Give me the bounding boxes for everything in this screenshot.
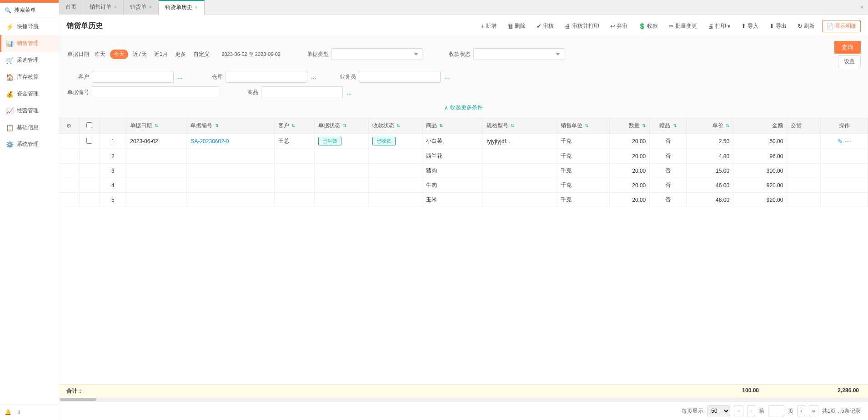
- th-check[interactable]: [79, 118, 99, 134]
- sidebar-item-sys-mgmt[interactable]: ⚙️ 系统管理: [0, 136, 59, 153]
- th-date[interactable]: 单据日期 ⇅: [126, 118, 187, 134]
- filter-client-picker[interactable]: ...: [176, 73, 184, 80]
- export-button[interactable]: ⬇ 导出: [766, 20, 790, 32]
- th-gift[interactable]: 赠品 ⇅: [650, 118, 686, 134]
- row-pay-status: [368, 178, 422, 193]
- sidebar-item-operation[interactable]: 📈 经营管理: [0, 102, 59, 119]
- content-area: 销货单历史 + 新增 🗑 删除 ✔ 审核 🖨 审核并打印: [59, 15, 868, 420]
- import-button[interactable]: ⬆ 导入: [738, 20, 762, 32]
- delete-label: 删除: [515, 22, 526, 30]
- date-btn-7days[interactable]: 近7天: [130, 50, 150, 59]
- th-pay-status[interactable]: 收款状态 ⇅: [368, 118, 422, 134]
- row-checkbox[interactable]: [86, 138, 92, 144]
- filter-salesperson-input[interactable]: [359, 71, 441, 83]
- sidebar-item-sales-mgmt[interactable]: 📊 销售管理: [0, 35, 59, 52]
- edit-icon[interactable]: ✎: [838, 138, 843, 145]
- add-label: 新增: [486, 22, 497, 30]
- display-detail-button[interactable]: 📄 显示明细: [822, 20, 861, 32]
- per-page-select[interactable]: 50 100: [707, 405, 730, 416]
- tab-sales-order-close[interactable]: ×: [114, 5, 117, 10]
- query-button[interactable]: 查询: [834, 41, 861, 54]
- tab-sales-history[interactable]: 销货单历史 ×: [159, 0, 205, 15]
- date-btn-today[interactable]: 今天: [110, 50, 128, 59]
- page-prev-btn[interactable]: ‹: [747, 405, 755, 416]
- th-unit[interactable]: 销售单位 ⇅: [557, 118, 609, 134]
- date-btn-1month[interactable]: 近1月: [151, 50, 171, 59]
- th-spec-label: 规格型号: [487, 122, 508, 129]
- filter-salesperson-picker[interactable]: ...: [443, 73, 451, 80]
- sidebar-item-inventory[interactable]: 🏠 库存核算: [0, 69, 59, 85]
- sidebar-item-basic-info[interactable]: 📋 基础信息: [0, 119, 59, 136]
- batch-change-button[interactable]: ✏ 批量变更: [665, 20, 701, 32]
- audit-icon: ✔: [537, 23, 542, 30]
- th-goods[interactable]: 商品 ⇅: [422, 118, 482, 134]
- sidebar-label-sys-mgmt: 系统管理: [17, 140, 39, 148]
- filter-goods-picker[interactable]: ...: [346, 89, 353, 96]
- row-date: 2023-06-02: [126, 134, 187, 149]
- row-code-link[interactable]: SA-20230602-0: [191, 138, 229, 145]
- filter-client-input[interactable]: [92, 71, 174, 83]
- tab-sales-order[interactable]: 销售订单 ×: [83, 0, 124, 15]
- search-menu-button[interactable]: 🔍 搜索菜单: [0, 3, 59, 18]
- set-button[interactable]: 设置: [838, 55, 861, 67]
- add-button[interactable]: + 新增: [477, 20, 500, 32]
- date-btn-more[interactable]: 更多: [172, 50, 189, 59]
- row-goods: 猪肉: [422, 164, 482, 178]
- tab-home[interactable]: 首页: [59, 0, 83, 15]
- filter-doc-type-select[interactable]: [331, 48, 422, 60]
- row-status: 已生效: [315, 134, 368, 149]
- abandon-button[interactable]: ↩ 弃审: [607, 20, 631, 32]
- page-next-btn[interactable]: ›: [797, 405, 805, 416]
- operation-icon: 📈: [6, 107, 13, 115]
- basic-info-icon: 📋: [6, 124, 13, 131]
- filter-client-label: 客户: [66, 73, 89, 81]
- data-table: ⚙ 单据日期 ⇅ 单据编号 ⇅ 客户 ⇅: [59, 118, 868, 207]
- sidebar-bottom-icon1[interactable]: 🔔: [5, 409, 11, 415]
- export-label: 导出: [776, 22, 787, 30]
- sidebar-item-finance[interactable]: 💰 资金管理: [0, 85, 59, 102]
- th-price[interactable]: 单价 ⇅: [686, 118, 733, 134]
- footer-label: 合计：: [59, 387, 150, 395]
- page-input[interactable]: 1: [768, 405, 784, 416]
- collapse-conditions-btn[interactable]: ∧ 收起更多条件: [442, 102, 485, 113]
- sidebar-bottom-icon2[interactable]: ⏸: [16, 409, 21, 415]
- tab-sales-goods-close[interactable]: ×: [149, 5, 152, 10]
- th-settings[interactable]: ⚙: [59, 118, 79, 134]
- th-status[interactable]: 单据状态 ⇅: [315, 118, 368, 134]
- date-btn-yesterday[interactable]: 昨天: [92, 50, 108, 59]
- filter-doc-no-input[interactable]: [92, 86, 219, 98]
- sidebar-item-quick-nav[interactable]: ⚡ 快捷导航: [0, 18, 59, 35]
- more-icon[interactable]: ⋯: [845, 138, 851, 145]
- row-code[interactable]: SA-20230602-0: [187, 134, 274, 149]
- filter-warehouse-input[interactable]: [226, 71, 307, 83]
- audit-print-button[interactable]: 🖨 审核并打印: [561, 20, 603, 32]
- audit-button[interactable]: ✔ 审核: [533, 20, 557, 32]
- filter-warehouse-picker[interactable]: ...: [310, 73, 317, 80]
- abandon-label: 弃审: [617, 22, 627, 30]
- refresh-button[interactable]: ↻ 刷新: [794, 20, 818, 32]
- sidebar-item-purchase-mgmt[interactable]: 🛒 采购管理: [0, 52, 59, 69]
- delete-button[interactable]: 🗑 删除: [504, 20, 529, 32]
- th-spec[interactable]: 规格型号 ⇅: [483, 118, 557, 134]
- th-code[interactable]: 单据编号 ⇅: [187, 118, 274, 134]
- tab-sales-goods[interactable]: 销货单 ×: [124, 0, 159, 15]
- close-all-tabs[interactable]: ×: [856, 4, 868, 10]
- row-op: [821, 164, 868, 178]
- th-qty[interactable]: 数量 ⇅: [609, 118, 650, 134]
- table-row: 4牛肉千克20.00否46.00920.00: [59, 178, 868, 193]
- filter-goods-input[interactable]: [261, 86, 343, 98]
- filter-pay-status-select[interactable]: [473, 48, 564, 60]
- delete-icon: 🗑: [507, 23, 513, 30]
- page-first-btn[interactable]: «: [734, 405, 743, 416]
- tab-sales-history-close[interactable]: ×: [195, 5, 198, 10]
- row-unit: 千克: [557, 149, 609, 164]
- horizontal-scrollbar[interactable]: [59, 398, 868, 401]
- collect-button[interactable]: 💲 收款: [635, 20, 662, 32]
- th-client[interactable]: 客户 ⇅: [274, 118, 315, 134]
- page-last-btn[interactable]: »: [809, 405, 818, 416]
- select-all-checkbox[interactable]: [86, 122, 92, 128]
- scrollbar-thumb[interactable]: [60, 398, 96, 401]
- date-btn-custom[interactable]: 自定义: [191, 50, 212, 59]
- filter-date: 单据日期 昨天 今天 近7天 近1月 更多 自定义: [66, 50, 212, 59]
- print-button[interactable]: 🖨 打印 ▾: [704, 20, 734, 32]
